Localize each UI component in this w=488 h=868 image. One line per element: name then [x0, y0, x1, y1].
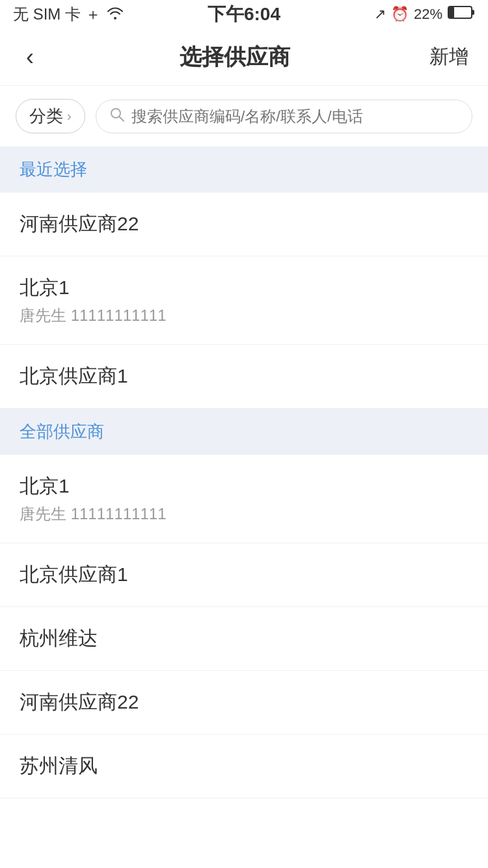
- search-icon: [109, 107, 125, 126]
- item-name: 苏州清风: [20, 753, 468, 780]
- category-label: 分类: [29, 105, 63, 128]
- status-bar: 无 SIM 卡 ＋ 下午6:04 ↗ ⏰ 22%: [0, 0, 488, 29]
- item-name: 北京1: [20, 473, 468, 500]
- all-list-item[interactable]: 北京1唐先生 11111111111: [0, 455, 488, 543]
- status-time: 下午6:04: [208, 2, 280, 27]
- recent-section-title: 最近选择: [20, 159, 87, 179]
- search-input[interactable]: [131, 107, 459, 126]
- all-items-list: 北京1唐先生 11111111111北京供应商1杭州维达河南供应商22苏州清风: [0, 455, 488, 798]
- all-list-item[interactable]: 河南供应商22: [0, 671, 488, 735]
- item-sub: 唐先生 11111111111: [20, 305, 468, 326]
- battery-level: 22%: [414, 6, 442, 23]
- svg-rect-1: [449, 7, 454, 18]
- svg-rect-2: [472, 10, 474, 15]
- all-section-title: 全部供应商: [20, 422, 104, 441]
- status-right: ↗ ⏰ 22%: [374, 5, 475, 23]
- recent-items-list: 河南供应商22北京1唐先生 11111111111北京供应商1: [0, 193, 488, 409]
- recent-list-item[interactable]: 北京供应商1: [0, 345, 488, 409]
- all-list-item[interactable]: 北京供应商1: [0, 543, 488, 607]
- category-button[interactable]: 分类 ›: [16, 99, 85, 133]
- svg-line-4: [119, 116, 124, 121]
- item-name: 河南供应商22: [20, 211, 468, 237]
- all-list-item[interactable]: 杭州维达: [0, 607, 488, 671]
- alarm-icon: ⏰: [391, 6, 409, 23]
- item-sub: 唐先生 11111111111: [20, 504, 468, 524]
- sim-status: 无 SIM 卡 ＋: [13, 4, 101, 25]
- chevron-right-icon: ›: [67, 109, 72, 124]
- item-name: 北京1: [20, 275, 468, 301]
- nav-bar: ‹ 选择供应商 新增: [0, 29, 488, 86]
- add-button[interactable]: 新增: [429, 44, 468, 70]
- wifi-icon: [106, 5, 124, 23]
- location-icon: ↗: [374, 6, 386, 23]
- battery-icon: [448, 5, 475, 23]
- status-left: 无 SIM 卡 ＋: [13, 4, 124, 25]
- item-name: 北京供应商1: [20, 363, 468, 390]
- all-section-header: 全部供应商: [0, 409, 488, 455]
- item-name: 河南供应商22: [20, 689, 468, 716]
- search-box[interactable]: [96, 100, 472, 133]
- recent-list-item[interactable]: 河南供应商22: [0, 193, 488, 256]
- page-title: 选择供应商: [180, 42, 290, 72]
- recent-section-header: 最近选择: [0, 146, 488, 193]
- back-button[interactable]: ‹: [20, 37, 40, 77]
- item-name: 北京供应商1: [20, 562, 468, 588]
- all-list-item[interactable]: 苏州清风: [0, 735, 488, 798]
- item-name: 杭州维达: [20, 625, 468, 652]
- recent-list-item[interactable]: 北京1唐先生 11111111111: [0, 256, 488, 345]
- filter-bar: 分类 ›: [0, 86, 488, 146]
